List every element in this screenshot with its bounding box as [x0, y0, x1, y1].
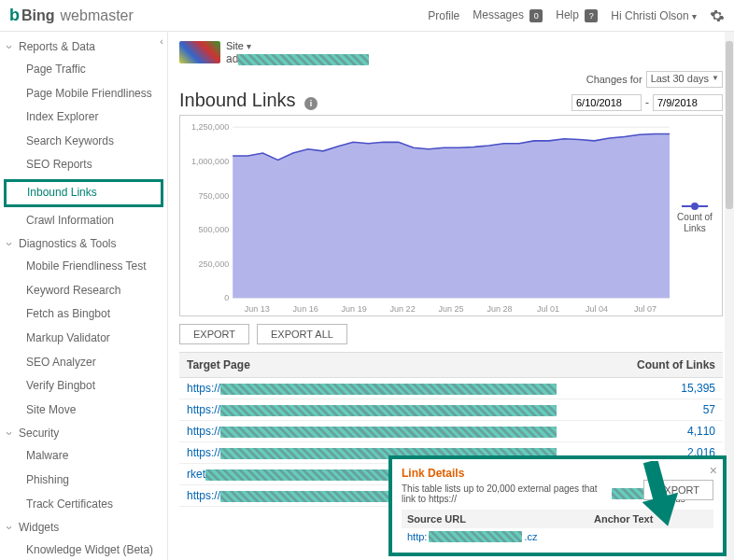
brand-bing: Bing — [21, 7, 55, 24]
site-selector[interactable]: Site ▾ ad — [179, 39, 723, 65]
svg-text:Jun 28: Jun 28 — [487, 304, 513, 314]
nav-item[interactable]: Phishing — [0, 469, 167, 493]
svg-text:Jul 01: Jul 01 — [537, 304, 559, 314]
nav-item[interactable]: Markup Validator — [0, 327, 167, 351]
svg-text:0: 0 — [224, 293, 229, 302]
messages-link[interactable]: Messages 0 — [473, 8, 543, 22]
gear-icon[interactable] — [710, 8, 725, 23]
date-from-input[interactable] — [572, 94, 642, 111]
nav-item[interactable]: Index Explorer — [0, 105, 167, 130]
svg-text:500,000: 500,000 — [199, 225, 230, 234]
brand-webmaster: webmaster — [61, 7, 134, 24]
svg-text:Jun 19: Jun 19 — [342, 304, 367, 314]
svg-text:Jun 16: Jun 16 — [293, 304, 318, 314]
brand-logo[interactable]: b Bing webmaster — [9, 6, 134, 25]
legend-marker-icon — [691, 203, 699, 210]
nav-item[interactable]: Page Mobile Friendliness — [0, 82, 167, 106]
messages-badge: 0 — [529, 9, 543, 22]
help-link[interactable]: Help ? — [556, 8, 598, 22]
svg-text:Jun 22: Jun 22 — [390, 304, 416, 314]
nav-group[interactable]: Widgets — [0, 516, 167, 539]
annotation-arrow-icon — [633, 461, 678, 528]
chevron-down-icon: ▾ — [247, 41, 251, 51]
chevron-down-icon: ▾ — [692, 11, 697, 21]
svg-text:1,000,000: 1,000,000 — [191, 157, 229, 166]
bing-b-icon: b — [9, 6, 20, 25]
svg-text:1,250,000: 1,250,000 — [191, 122, 229, 132]
export-all-button[interactable]: EXPORT ALL — [257, 324, 347, 344]
info-icon[interactable]: i — [304, 97, 318, 110]
content-area: Site ▾ ad Changes for Last 30 days Inbou… — [168, 32, 734, 560]
table-row[interactable]: https://15,395 — [179, 378, 723, 399]
svg-text:Jun 13: Jun 13 — [245, 304, 270, 314]
table-row[interactable]: https://4,110 — [179, 421, 723, 442]
close-icon[interactable]: × — [710, 463, 717, 478]
changes-label: Changes for — [586, 74, 642, 85]
nav-item[interactable]: Verify Bingbot — [0, 374, 167, 399]
nav-item[interactable]: Crawl Information — [0, 209, 167, 233]
sidebar: ‹ Reports & DataPage TrafficPage Mobile … — [0, 32, 168, 560]
nav-group[interactable]: Reports & Data — [0, 35, 167, 58]
nav-item[interactable]: Mobile Friendliness Test — [0, 255, 167, 279]
chart: 0250,000500,000750,0001,000,0001,250,000… — [179, 115, 723, 316]
nav-item[interactable]: Search Keywords — [0, 130, 167, 154]
top-header: b Bing webmaster Profile Messages 0 Help… — [0, 0, 734, 32]
page-title: Inbound Links i — [179, 90, 318, 111]
range-select[interactable]: Last 30 days — [646, 71, 723, 88]
export-button[interactable]: EXPORT — [179, 324, 249, 344]
svg-text:750,000: 750,000 — [199, 190, 230, 200]
nav-item[interactable]: Track Certificates — [0, 493, 167, 517]
svg-text:Jul 04: Jul 04 — [586, 304, 608, 314]
help-badge: ? — [585, 9, 598, 22]
nav-item[interactable]: Malware — [0, 444, 167, 469]
nav-item[interactable]: SEO Reports — [0, 153, 167, 177]
site-thumb-icon — [179, 41, 220, 63]
redacted — [238, 54, 369, 65]
nav-group[interactable]: Diagnostics & Tools — [0, 232, 167, 255]
nav-item[interactable]: Site Move — [0, 399, 167, 423]
svg-text:250,000: 250,000 — [199, 259, 230, 269]
nav-item[interactable]: Page Traffic — [0, 58, 167, 82]
nav-item[interactable]: Fetch as Bingbot — [0, 302, 167, 327]
nav-item[interactable]: SEO Analyzer — [0, 351, 167, 375]
profile-link[interactable]: Profile — [428, 9, 459, 22]
nav-item[interactable]: Knowledge Widget (Beta) — [0, 539, 167, 560]
scrollbar-thumb[interactable] — [726, 41, 733, 209]
svg-text:Jun 25: Jun 25 — [439, 304, 464, 314]
user-greeting[interactable]: Hi Christi Olson ▾ — [611, 9, 697, 22]
details-row[interactable]: http:.cz — [402, 528, 713, 545]
svg-text:Jul 07: Jul 07 — [634, 304, 656, 314]
nav-item[interactable]: Keyword Research — [0, 279, 167, 303]
table-header: Target Page Count of Links — [179, 352, 723, 378]
nav-group[interactable]: Security — [0, 422, 167, 444]
table-row[interactable]: https://57 — [179, 399, 723, 421]
date-to-input[interactable] — [653, 94, 723, 111]
chart-legend: Count of Links — [673, 121, 716, 315]
nav-item[interactable]: Inbound Links — [4, 179, 163, 207]
